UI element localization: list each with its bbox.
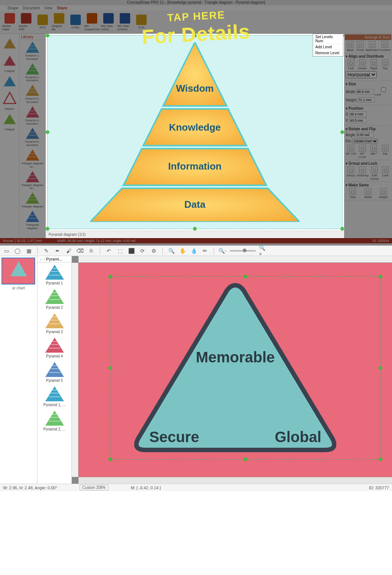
ctx-remove-level[interactable]: Remove Level: [313, 50, 343, 56]
resize-handle[interactable]: [108, 366, 112, 370]
forward-icon[interactable]: ›: [43, 257, 46, 261]
library-item[interactable]: Pyramid 2, isometric: [19, 62, 45, 83]
library-item[interactable]: Pyramid 1: [37, 262, 71, 287]
library-item[interactable]: Pyramid 5: [37, 360, 71, 384]
panel-btn-left[interactable]: ▢Left: [346, 60, 356, 70]
shape-thumb[interactable]: [1, 73, 18, 89]
library-item[interactable]: Pyramid 3, isometric: [19, 83, 45, 105]
tab-view[interactable]: View: [45, 6, 53, 10]
zoom-out-icon[interactable]: 🔍-: [218, 247, 227, 255]
shape-thumb[interactable]: [1, 90, 18, 107]
tab-document[interactable]: Document: [23, 6, 40, 10]
tab-shape[interactable]: Shape: [7, 6, 18, 10]
resize-handle[interactable]: [379, 275, 382, 279]
triangle-shape[interactable]: Memorable Secure Global: [134, 282, 336, 454]
pyramid-level-1[interactable]: Wisdom: [90, 83, 300, 94]
library-item[interactable]: Triangle diagram: [19, 191, 45, 209]
panel-btn--cw[interactable]: ▢90° CW: [346, 145, 356, 159]
library-breadcrumb[interactable]: ‹ › Pyrami...: [37, 256, 71, 262]
triangle-label-top[interactable]: Memorable: [196, 349, 275, 366]
height-input[interactable]: [358, 97, 375, 103]
brush-icon[interactable]: 🖌: [65, 247, 73, 255]
resize-handle[interactable]: [108, 457, 112, 461]
zoom-slider[interactable]: [230, 250, 256, 252]
settings-icon[interactable]: ⚙: [150, 247, 158, 255]
pyramid-shape[interactable]: Wisdom Knowledge Information Data: [90, 42, 300, 222]
distribute-icon[interactable]: ⬛: [127, 247, 135, 255]
shape-ellipse-icon[interactable]: ◯: [13, 247, 22, 255]
panel-btn-edit-group[interactable]: ▢Edit Group: [370, 167, 380, 180]
library-item[interactable]: Pyramid 1, ...: [37, 384, 71, 408]
resize-handle[interactable]: [46, 227, 49, 231]
hand-icon[interactable]: ✋: [178, 247, 187, 255]
panel-btn-width[interactable]: ▢Width: [361, 188, 376, 199]
library-item[interactable]: Triangular diagram: [19, 209, 45, 231]
library-item[interactable]: Pyramid 3: [37, 311, 71, 335]
rotate-icon[interactable]: ⟳: [138, 247, 147, 255]
canvas-area[interactable]: Wisdom Knowledge Information Data Pyrami…: [46, 34, 344, 238]
panel-btn-ungroup[interactable]: ▢UnGroup: [356, 167, 368, 180]
page-tab[interactable]: Pyramid diagram (1/1): [46, 231, 344, 238]
page-thumb[interactable]: [1, 258, 35, 285]
library-item[interactable]: Pyramid 2, ...: [37, 408, 71, 433]
eraser-icon[interactable]: ⌫: [76, 247, 84, 255]
library-item[interactable]: Pyramid 2: [37, 287, 71, 311]
panel-btn-lock[interactable]: ▢Lock: [380, 167, 391, 180]
eyedropper-icon[interactable]: 💧: [190, 247, 198, 255]
panel-btn-size[interactable]: ▢Size: [346, 188, 360, 199]
marker-icon[interactable]: ✏: [201, 247, 209, 255]
shape-thumb[interactable]: [1, 111, 18, 127]
panel-btn--ccw[interactable]: ▢90° CCW: [357, 145, 368, 159]
resize-handle[interactable]: [46, 130, 49, 134]
scrollbar-horizontal[interactable]: [79, 477, 392, 484]
pencil-icon[interactable]: ✎: [42, 247, 50, 255]
back-icon[interactable]: ‹: [39, 257, 43, 261]
shape-grid-icon[interactable]: ▦: [25, 247, 33, 255]
pen-icon[interactable]: ✒: [53, 247, 62, 255]
align-icon[interactable]: ⬚: [116, 247, 124, 255]
y-input[interactable]: [349, 118, 367, 123]
resize-handle[interactable]: [244, 275, 247, 279]
tap-overlay[interactable]: TAP HERE For Details: [0, 10, 392, 46]
tab-share[interactable]: Share: [57, 6, 67, 10]
pyramid-level-3[interactable]: Information: [90, 161, 300, 172]
panel-btn-height[interactable]: ▢Height: [376, 188, 391, 199]
zoom-in-icon[interactable]: 🔍+: [259, 247, 267, 255]
triangle-label-left[interactable]: Secure: [149, 429, 199, 445]
zoom-icon[interactable]: 🔍: [167, 247, 175, 255]
undo-icon[interactable]: ↶: [105, 247, 113, 255]
pin-select[interactable]: Center-Center: [352, 139, 378, 144]
resize-handle[interactable]: [244, 457, 247, 461]
zoom-dropdown[interactable]: Custom 208%: [80, 485, 108, 490]
drawing-canvas-2[interactable]: Memorable Secure Global: [79, 263, 392, 477]
copy-icon[interactable]: ⎘: [87, 247, 95, 255]
library-item[interactable]: Pyramid 5, isometric: [19, 126, 45, 148]
resize-handle[interactable]: [193, 227, 197, 231]
x-input[interactable]: [349, 112, 367, 117]
resize-handle[interactable]: [108, 275, 112, 279]
resize-handle[interactable]: [340, 227, 344, 231]
library-item[interactable]: Triangle diagram wi...: [19, 170, 45, 191]
resize-handle[interactable]: [379, 366, 382, 370]
shape-rect-icon[interactable]: ▭: [2, 247, 10, 255]
panel-btn-flip[interactable]: ▢Flip: [380, 145, 391, 159]
triangle-label-right[interactable]: Global: [275, 429, 321, 445]
panel-btn-group[interactable]: ▢Group: [346, 167, 356, 180]
lock-checkbox[interactable]: [375, 87, 392, 92]
pyramid-level-2[interactable]: Knowledge: [90, 122, 300, 133]
shapes-panel-left: d diagrar diagram d diagrar: [0, 34, 19, 238]
library-item[interactable]: Pyramid 4: [37, 335, 71, 360]
panel-btn-center[interactable]: ▢Center: [357, 60, 368, 70]
angle-input[interactable]: [356, 132, 374, 137]
distribute-select[interactable]: Horizontal: [346, 71, 377, 78]
library-item[interactable]: Triangle diagram wi...: [19, 148, 45, 170]
resize-handle[interactable]: [340, 130, 344, 134]
pyramid-level-4[interactable]: Data: [90, 199, 300, 210]
drawing-canvas[interactable]: Wisdom Knowledge Information Data: [47, 35, 343, 229]
width-input[interactable]: [356, 89, 374, 94]
resize-handle[interactable]: [379, 457, 382, 461]
library-item[interactable]: Pyramid 4, isometric: [19, 105, 45, 127]
panel-btn-top[interactable]: ▢Top: [380, 60, 391, 70]
panel-btn--[interactable]: ▢180 °: [368, 145, 379, 159]
panel-btn-right[interactable]: ▢Right: [368, 60, 379, 70]
